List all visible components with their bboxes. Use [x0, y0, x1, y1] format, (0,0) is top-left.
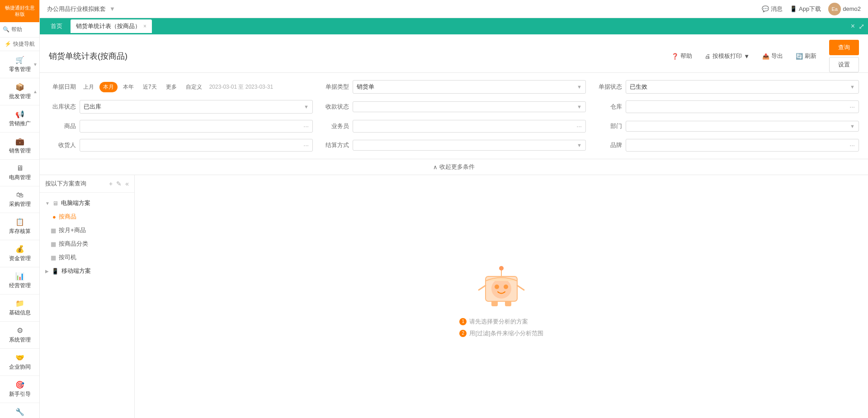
date-tab-custom[interactable]: 自定义 — [182, 82, 206, 92]
ecommerce-icon: 🖥 — [16, 164, 24, 172]
doc-status-select[interactable]: 已生效 ▼ — [626, 80, 859, 94]
collect-status-select[interactable]: ▼ — [353, 101, 586, 112]
sidebar-quicknav[interactable]: ⚡ 快捷导航 — [0, 38, 39, 51]
filter-out-status: 出库状态 已出库 ▼ — [49, 100, 313, 114]
department-select[interactable]: ▼ — [626, 121, 859, 132]
tab-close-btn[interactable]: × — [143, 23, 146, 29]
print-btn[interactable]: 🖨 按模板打印 ▼ — [701, 49, 753, 63]
inventory-label: 库存核算 — [9, 228, 31, 235]
doc-type-select[interactable]: 销货单 ▼ — [353, 80, 586, 94]
settle-select[interactable]: ▼ — [353, 140, 586, 151]
brand-ellipsis[interactable]: ··· — [849, 142, 855, 149]
sidebar-item-guide[interactable]: 🎯 新手引导 — [0, 376, 39, 403]
out-status-select[interactable]: 已出库 ▼ — [80, 100, 313, 114]
driver-label: 按司机 — [59, 253, 76, 261]
schema-item-by-goods[interactable]: ● 按商品 — [40, 210, 134, 223]
help-btn[interactable]: ❓ 帮助 — [668, 49, 696, 63]
pc-group-arrow: ▼ — [45, 201, 50, 206]
dept-arrow: ▼ — [850, 124, 855, 129]
sidebar-item-basics[interactable]: 📁 基础信息 — [0, 294, 39, 322]
salesperson-ellipsis[interactable]: ··· — [576, 123, 582, 130]
message-btn[interactable]: 💬 消息 — [762, 5, 783, 13]
content-split: 按以下方案查询 + ✎ « ▼ 🖥 电脑端方案 — [40, 175, 868, 418]
sidebar-search[interactable]: 🔍 帮助 — [0, 22, 39, 38]
schema-sub-month-goods-header[interactable]: ▦ 按月+商品 — [40, 223, 134, 237]
sidebar-item-sales[interactable]: 💼 销售管理 — [0, 133, 39, 160]
schema-sub-driver-header[interactable]: ▦ 按司机 — [40, 251, 134, 264]
salesperson-select[interactable]: ··· — [353, 120, 586, 133]
receiver-ellipsis[interactable]: ··· — [303, 142, 309, 149]
settle-arrow: ▼ — [577, 142, 582, 148]
enterprise-label: 企业协同 — [9, 363, 31, 371]
tab-minimize-btn[interactable]: × — [851, 22, 855, 30]
filter-row-2: 出库状态 已出库 ▼ 收款状态 ▼ 仓库 — [49, 100, 859, 114]
sidebar-item-purchase[interactable]: 🛍 采购管理 — [0, 186, 39, 213]
filter-doc-type: 单据类型 销货单 ▼ — [322, 80, 586, 94]
doc-status-value: 已生效 — [630, 83, 647, 91]
sidebar-item-enterprise[interactable]: 🤝 企业协同 — [0, 349, 39, 376]
sidebar-item-wholesale[interactable]: 📦 批发管理 ▲ — [0, 78, 39, 105]
sidebar-item-marketing[interactable]: 📢 营销推广 — [0, 105, 39, 133]
warehouse-select[interactable]: ··· — [626, 100, 859, 113]
logo-area[interactable]: 畅捷通好生意 标版 — [0, 0, 39, 22]
app-download-btn[interactable]: 📱 App下载 — [790, 5, 821, 13]
sidebar-item-inventory[interactable]: 📋 库存核算 — [0, 213, 39, 240]
date-tab-more[interactable]: 更多 — [162, 82, 180, 92]
tab-active[interactable]: 销货单统计表（按商品） × — [71, 19, 152, 33]
schema-group-mobile-header[interactable]: ▶ 📱 移动端方案 — [40, 264, 134, 278]
quicknav-icon: ⚡ — [5, 41, 11, 47]
date-tab-lastmonth[interactable]: 上月 — [80, 82, 98, 92]
goods-ellipsis[interactable]: ··· — [303, 123, 309, 130]
inventory-icon: 📋 — [15, 218, 24, 226]
sidebar-item-system[interactable]: ⚙ 系统管理 — [0, 322, 39, 349]
brand-select[interactable]: ··· — [626, 139, 859, 152]
schema-edit-icon[interactable]: ✎ — [116, 180, 122, 187]
svg-point-3 — [504, 285, 508, 289]
enterprise-icon: 🤝 — [15, 353, 24, 362]
schema-collapse-icon[interactable]: « — [125, 180, 129, 187]
sidebar-item-operations[interactable]: 📊 经营管理 — [0, 267, 39, 294]
filter-row-4: 收货人 ··· 结算方式 ▼ 品牌 ··· — [49, 139, 859, 152]
system-label: 系统管理 — [9, 336, 31, 344]
query-button[interactable]: 查询 — [829, 40, 859, 55]
sidebar-item-finance[interactable]: 💰 资金管理 — [0, 240, 39, 267]
date-tab-thismonth[interactable]: 本月 — [99, 82, 118, 92]
out-status-label: 出库状态 — [49, 103, 76, 111]
filter-warehouse: 仓库 ··· — [595, 100, 859, 113]
user-menu[interactable]: Ea demo2 — [828, 3, 861, 15]
message-label: 消息 — [771, 5, 783, 13]
guide-label: 新手引导 — [9, 390, 31, 398]
collapse-bar[interactable]: ∧ 收起更多条件 — [40, 159, 868, 175]
tab-home[interactable]: 首页 — [43, 19, 70, 33]
receiver-select[interactable]: ··· — [80, 139, 313, 152]
filter-department: 部门 ▼ — [595, 121, 859, 132]
sidebar: 畅捷通好生意 标版 🔍 帮助 ⚡ 快捷导航 🛒 零售管理 ▼ 📦 批发管理 ▲ … — [0, 0, 40, 418]
collapse-icon: ∧ — [433, 164, 438, 171]
date-tab-7days[interactable]: 近7天 — [139, 82, 160, 92]
sales-icon: 💼 — [15, 137, 24, 146]
goods-select[interactable]: ··· — [80, 120, 313, 133]
warehouse-ellipsis[interactable]: ··· — [849, 103, 855, 110]
refresh-btn[interactable]: 🔄 刷新 — [792, 49, 820, 63]
tabbar: 首页 销货单统计表（按商品） × × ⤢ — [40, 18, 868, 34]
retail-icon: 🛒 — [15, 56, 24, 64]
avatar: Ea — [828, 3, 841, 15]
schema-group-pc: ▼ 🖥 电脑端方案 ● 按商品 ▦ 按月+商品 — [40, 196, 134, 264]
svg-rect-9 — [505, 301, 511, 306]
schema-add-icon[interactable]: + — [109, 180, 113, 187]
active-tab-label: 销货单统计表（按商品） — [76, 22, 141, 30]
settings-button[interactable]: 设置 — [829, 57, 859, 72]
operations-label: 经营管理 — [9, 282, 31, 290]
industry-dropdown[interactable]: ▼ — [109, 5, 115, 12]
sidebar-item-retail[interactable]: 🛒 零售管理 ▼ — [0, 51, 39, 78]
tab-maximize-btn[interactable]: ⤢ — [859, 22, 864, 31]
export-btn[interactable]: 📤 导出 — [759, 49, 787, 63]
topbar: 办公用品行业模拟账套 ▼ 💬 消息 📱 App下载 Ea demo2 — [40, 0, 868, 18]
schema-sub-goods-category: ▦ 按商品分类 — [40, 237, 134, 251]
schema-group-pc-header[interactable]: ▼ 🖥 电脑端方案 — [40, 196, 134, 210]
sidebar-item-appcenter[interactable]: 🔧 应用中心 — [0, 403, 39, 418]
date-tab-thisyear[interactable]: 本年 — [119, 82, 137, 92]
sidebar-item-ecommerce[interactable]: 🖥 电商管理 — [0, 160, 39, 186]
schema-sub-goods-category-header[interactable]: ▦ 按商品分类 — [40, 237, 134, 251]
goods-label: 商品 — [49, 122, 76, 130]
